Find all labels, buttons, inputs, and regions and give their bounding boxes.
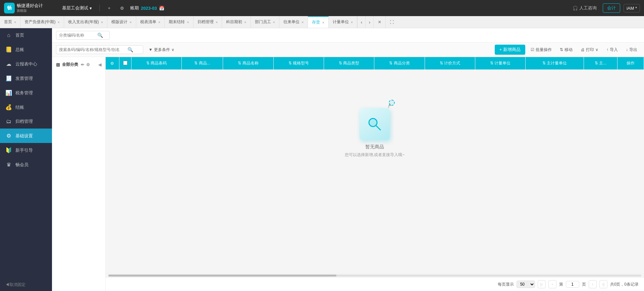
tab-archive[interactable]: 归档管理 × — [194, 16, 222, 28]
tab-balance-close[interactable]: × — [57, 20, 59, 24]
tab-contacts[interactable]: 往来单位 × — [279, 16, 308, 28]
table-body: 暂无商品 您可以选择新增,或者直接导入哦~ — [106, 69, 644, 185]
tab-expand-button[interactable]: ⛶ — [385, 16, 397, 28]
empty-doc-shape — [360, 108, 390, 140]
batch-button[interactable]: ☑ 批量操作 — [528, 46, 554, 54]
tab-contacts-close[interactable]: × — [302, 20, 304, 24]
sidebar-item-ledger[interactable]: 📒 总账 — [0, 42, 52, 57]
tab-home-close[interactable]: × — [14, 20, 16, 24]
tab-unit[interactable]: 计量单位 × — [329, 16, 357, 28]
tab-dept-close[interactable]: × — [273, 20, 275, 24]
print-button[interactable]: 🖨 打印 ∨ — [578, 46, 601, 54]
tab-inventory[interactable]: 存货 × — [308, 16, 328, 28]
sidebar-label-guide: 新手引导 — [15, 147, 33, 153]
th-category[interactable]: ⇅ 商品分类 — [374, 57, 425, 69]
page-next-button[interactable]: › — [589, 280, 597, 288]
guide-icon: 🔰 — [5, 147, 12, 153]
tab-dept[interactable]: 部门员工 × — [251, 16, 279, 28]
cancel-pin-button[interactable]: ◀取消固定 — [0, 279, 52, 291]
tab-close-all-button[interactable]: × — [373, 16, 385, 28]
per-page-select[interactable]: 50 100 — [517, 281, 535, 288]
th-spec[interactable]: ⇅ 规格型号 — [273, 57, 324, 69]
tab-home[interactable]: 首页 × — [0, 16, 20, 28]
settings-button[interactable]: ⚙ — [117, 4, 127, 12]
tab-subject-close[interactable]: × — [244, 20, 246, 24]
export-button[interactable]: ↓ 导出 — [623, 46, 640, 54]
iamstar-label[interactable]: iAM * — [624, 4, 640, 12]
sidebar-item-reports[interactable]: ☁ 云报表中心 — [0, 57, 52, 71]
category-settings-icon[interactable]: ⚙ — [86, 62, 90, 67]
th-main-unit[interactable]: ⇅ 主计量单位 — [526, 57, 584, 69]
sidebar-item-close-accounts[interactable]: 💰 结账 — [0, 100, 52, 114]
main-layout: ⌂ 首页 📒 总账 ☁ 云报表中心 🧾 发票管理 📊 税务管理 💰 结账 🗂 归… — [0, 28, 644, 291]
sidebar-label-home: 首页 — [15, 32, 24, 38]
more-filter-button[interactable]: ▼ 更多条件 ∨ — [146, 46, 177, 54]
tab-inventory-close[interactable]: × — [322, 20, 324, 25]
sidebar-item-invoice[interactable]: 🧾 发票管理 — [0, 71, 52, 86]
category-collapse-icon[interactable]: ◀ — [98, 62, 101, 67]
tab-balance[interactable]: 资产负债表(中期) × — [20, 16, 64, 28]
tab-tax[interactable]: 税表清单 × — [136, 16, 165, 28]
move-button[interactable]: ⇅ 移动 — [557, 46, 575, 54]
calendar-icon[interactable]: 📅 — [159, 6, 164, 11]
import-button[interactable]: ↑ 导入 — [604, 46, 621, 54]
th-gear[interactable]: ⚙ — [106, 57, 119, 69]
th-type[interactable]: ⇅ 商品类型 — [324, 57, 374, 69]
page-first-button[interactable]: |‹ — [538, 280, 546, 288]
tab-archive-close[interactable]: × — [216, 20, 218, 24]
page-prev-button[interactable]: ‹ — [548, 280, 556, 288]
left-panel: ⊞ 全部分类 ✏ ⚙ ◀ — [52, 57, 106, 291]
divider1 — [99, 5, 100, 11]
sidebar-item-guide[interactable]: 🔰 新手引导 — [0, 143, 52, 157]
th-barcode[interactable]: ⇅ 商品条码 — [131, 57, 181, 69]
tab-balance-label: 资产负债表(中期) — [24, 19, 55, 25]
member-icon: ♛ — [5, 161, 12, 168]
tab-prev-button[interactable]: ‹ — [357, 16, 365, 28]
add-tab-button[interactable]: ＋ — [104, 4, 114, 12]
empty-illustration — [351, 96, 398, 140]
sidebar-item-member[interactable]: ♛ 畅会员 — [0, 157, 52, 172]
th-price-method[interactable]: ⇅ 计价方式 — [425, 57, 475, 69]
sidebar-item-home[interactable]: ⌂ 首页 — [0, 28, 52, 42]
sidebar-label-member: 畅会员 — [15, 162, 29, 168]
page-input[interactable] — [566, 281, 579, 288]
tab-income-close[interactable]: × — [101, 20, 103, 24]
company-selector[interactable]: 基层工会测试 ▾ — [59, 4, 95, 12]
scrollbar-track — [108, 275, 641, 277]
th-code[interactable]: ⇅ 商品... — [181, 57, 223, 69]
tab-template-close[interactable]: × — [129, 20, 131, 24]
tab-template[interactable]: 模版设计 × — [107, 16, 136, 28]
tab-unit-label: 计量单位 — [333, 19, 349, 25]
th-unit[interactable]: ⇅ 计量单位 — [475, 57, 526, 69]
category-edit-icon[interactable]: ✏ — [81, 62, 84, 67]
tab-subject[interactable]: 科目期初 × — [222, 16, 251, 28]
batch-icon: ☑ — [531, 47, 534, 52]
tab-period-end[interactable]: 期末结转 × — [165, 16, 193, 28]
page-last-button[interactable]: ›| — [599, 280, 607, 288]
period-label: 账期 — [130, 5, 139, 11]
tab-next-button[interactable]: › — [365, 16, 373, 28]
horizontal-scrollbar[interactable] — [106, 273, 644, 277]
category-search-input[interactable] — [59, 33, 96, 38]
th-name[interactable]: ⇅ 商品名称 — [223, 57, 273, 69]
sidebar-item-archive[interactable]: 🗂 归档管理 — [0, 114, 52, 129]
select-all-checkbox[interactable] — [123, 61, 127, 65]
sidebar-item-tax[interactable]: 📊 税务管理 — [0, 86, 52, 100]
scrollbar-thumb[interactable] — [108, 275, 336, 277]
product-search-input[interactable] — [59, 47, 126, 52]
category-title: 全部分类 — [62, 62, 78, 67]
th-main2[interactable]: ⇅ 主... — [584, 57, 617, 69]
tab-income[interactable]: 收入支出表(年报) × — [64, 16, 107, 28]
tab-tax-close[interactable]: × — [158, 20, 160, 24]
product-search-icon[interactable]: 🔍 — [127, 47, 133, 52]
th-checkbox[interactable] — [119, 57, 131, 69]
help-button[interactable]: 🎧 人工咨询 — [570, 4, 599, 12]
tab-unit-close[interactable]: × — [351, 20, 353, 24]
sidebar-item-settings[interactable]: ⚙ 基础设置 — [0, 129, 52, 143]
logo-area: 畅 畅捷通好会计 旗舰版 — [4, 3, 56, 13]
tab-period-end-close[interactable]: × — [187, 20, 189, 24]
category-search-icon[interactable]: 🔍 — [97, 33, 103, 38]
add-product-button[interactable]: + 新增商品 — [495, 45, 525, 55]
account-button[interactable]: 会计 — [603, 3, 620, 13]
filter-dropdown-icon: ∨ — [171, 47, 174, 52]
